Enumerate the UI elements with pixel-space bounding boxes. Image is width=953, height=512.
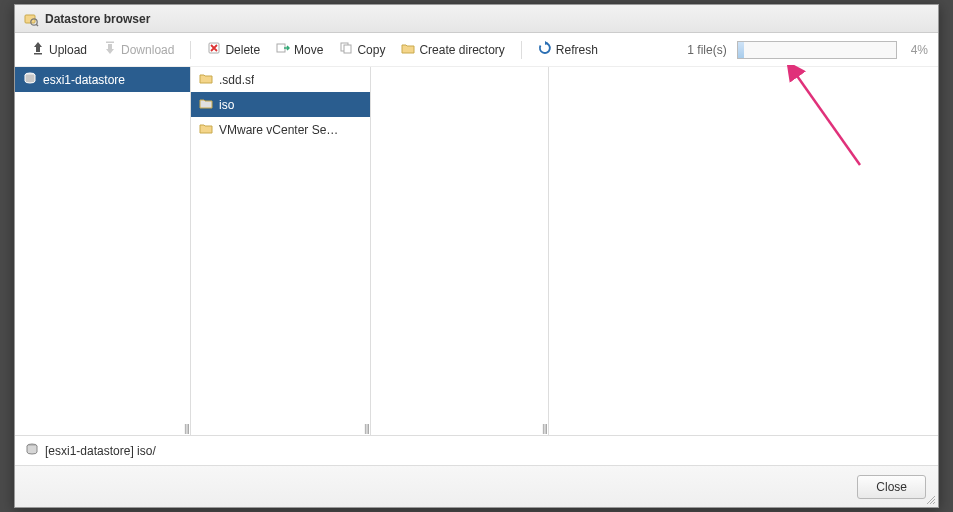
create-directory-button[interactable]: Create directory [395, 38, 510, 61]
files-count: 1 file(s) [687, 43, 726, 57]
dialog-title: Datastore browser [45, 12, 150, 26]
copy-icon [339, 41, 353, 58]
create-directory-label: Create directory [419, 43, 504, 57]
toolbar: Upload Download Delete Move Copy [15, 33, 938, 67]
separator [190, 41, 191, 59]
folder-icon [199, 71, 213, 88]
path-bar: [esxi1-datastore] iso/ [15, 435, 938, 465]
column-resize-handle[interactable]: ||| [183, 421, 190, 435]
column-3 [549, 67, 938, 435]
folder-item-label: VMware vCenter Se… [219, 123, 338, 137]
folder-icon [199, 121, 213, 138]
move-button[interactable]: Move [270, 38, 329, 61]
close-button[interactable]: Close [857, 475, 926, 499]
upload-label: Upload [49, 43, 87, 57]
column-2: ||| [371, 67, 549, 435]
refresh-button[interactable]: Refresh [532, 38, 604, 61]
download-icon [103, 41, 117, 58]
datastore-item[interactable]: esxi1-datastore [15, 67, 190, 92]
folder-icon [199, 96, 213, 113]
upload-progress-fill [738, 42, 744, 58]
datastore-icon [25, 442, 39, 459]
separator [521, 41, 522, 59]
upload-progress [737, 41, 897, 59]
dialog-footer: Close [15, 465, 938, 507]
dialog-resize-grip[interactable] [924, 493, 936, 505]
column-browser: esxi1-datastore ||| .sdd.sf iso [15, 67, 938, 435]
folder-new-icon [401, 41, 415, 58]
folder-item[interactable]: VMware vCenter Se… [191, 117, 370, 142]
upload-percent: 4% [911, 43, 928, 57]
folder-item[interactable]: iso [191, 92, 370, 117]
svg-rect-4 [106, 42, 114, 44]
column-0: esxi1-datastore ||| [15, 67, 191, 435]
svg-rect-3 [34, 53, 42, 55]
datastore-browser-dialog: Datastore browser Upload Download Delete [14, 4, 939, 508]
folder-item-label: .sdd.sf [219, 73, 254, 87]
upload-icon [31, 41, 45, 58]
delete-label: Delete [225, 43, 260, 57]
svg-rect-8 [344, 45, 351, 53]
titlebar: Datastore browser [15, 5, 938, 33]
move-icon [276, 41, 290, 58]
path-text: [esxi1-datastore] iso/ [45, 444, 156, 458]
column-resize-handle[interactable]: ||| [363, 421, 370, 435]
download-button: Download [97, 38, 180, 61]
delete-button[interactable]: Delete [201, 38, 266, 61]
upload-button[interactable]: Upload [25, 38, 93, 61]
move-label: Move [294, 43, 323, 57]
datastore-icon [23, 71, 37, 88]
folder-item[interactable]: .sdd.sf [191, 67, 370, 92]
refresh-icon [538, 41, 552, 58]
datastore-item-label: esxi1-datastore [43, 73, 125, 87]
copy-button[interactable]: Copy [333, 38, 391, 61]
download-label: Download [121, 43, 174, 57]
column-1: .sdd.sf iso VMware vCenter Se… ||| [191, 67, 371, 435]
svg-rect-6 [277, 44, 285, 52]
column-resize-handle[interactable]: ||| [541, 421, 548, 435]
folder-item-label: iso [219, 98, 234, 112]
svg-line-2 [36, 24, 38, 26]
copy-label: Copy [357, 43, 385, 57]
refresh-label: Refresh [556, 43, 598, 57]
delete-icon [207, 41, 221, 58]
magnifier-datastore-icon [23, 11, 39, 27]
